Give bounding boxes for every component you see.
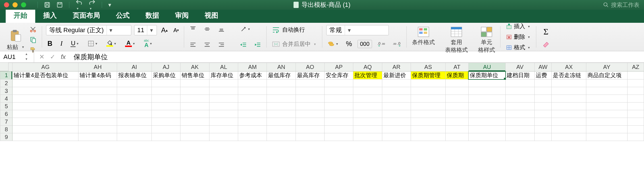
- cell-AU2[interactable]: [468, 79, 505, 87]
- cell-AK5[interactable]: [180, 103, 209, 110]
- cell-AJ1[interactable]: 采购单位: [151, 71, 180, 79]
- underline-button[interactable]: U▾: [69, 39, 81, 48]
- tab-审阅[interactable]: 审阅: [167, 8, 197, 23]
- cell-AH5[interactable]: [78, 103, 117, 110]
- cell-AW5[interactable]: [534, 103, 552, 110]
- cell-AU7[interactable]: [468, 118, 505, 126]
- cell-AW2[interactable]: [534, 79, 552, 87]
- cell-AK3[interactable]: [180, 87, 209, 95]
- cell-AO2[interactable]: [296, 79, 324, 87]
- cell-AI4[interactable]: [117, 95, 152, 103]
- col-header-AZ[interactable]: AZ: [627, 63, 644, 71]
- save-alt-icon[interactable]: [57, 2, 63, 8]
- cell-AK9[interactable]: [180, 133, 209, 141]
- col-header-AJ[interactable]: AJ: [151, 63, 180, 71]
- cell-AT9[interactable]: [445, 133, 468, 141]
- row-header-6[interactable]: 6: [0, 110, 13, 118]
- cell-AU9[interactable]: [468, 133, 505, 141]
- cell-AX8[interactable]: [552, 126, 586, 133]
- cell-AZ5[interactable]: [627, 103, 644, 110]
- cell-AT3[interactable]: [445, 87, 468, 95]
- cell-AS2[interactable]: [411, 79, 446, 87]
- cell-AS4[interactable]: [411, 95, 446, 103]
- cell-AP4[interactable]: [325, 95, 353, 103]
- cell-AW1[interactable]: 运费: [534, 71, 552, 79]
- cell-AH3[interactable]: [78, 87, 117, 95]
- cell-AZ6[interactable]: [627, 110, 644, 118]
- cell-AQ4[interactable]: [353, 95, 382, 103]
- cell-AJ9[interactable]: [151, 133, 180, 141]
- cell-AZ3[interactable]: [627, 87, 644, 95]
- cell-AJ8[interactable]: [151, 126, 180, 133]
- cell-AM1[interactable]: 参考成本: [238, 71, 267, 79]
- name-box-down-icon[interactable]: ▾: [23, 57, 30, 62]
- cell-AK8[interactable]: [180, 126, 209, 133]
- row-header-5[interactable]: 5: [0, 103, 13, 110]
- cell-AH9[interactable]: [78, 133, 117, 141]
- cell-AK1[interactable]: 销售单位: [180, 71, 209, 79]
- cell-AV7[interactable]: [506, 118, 534, 126]
- cell-AU5[interactable]: [468, 103, 505, 110]
- cell-AG2[interactable]: [13, 79, 78, 87]
- tab-开始[interactable]: 开始: [6, 8, 35, 23]
- cell-AV8[interactable]: [506, 126, 534, 133]
- cell-AU4[interactable]: [468, 95, 505, 103]
- cell-AM8[interactable]: [238, 126, 267, 133]
- increase-decimal-icon[interactable]: .0.00: [376, 40, 387, 48]
- col-header-AK[interactable]: AK: [180, 63, 209, 71]
- tab-数据[interactable]: 数据: [138, 8, 167, 23]
- col-header-AG[interactable]: AG: [13, 63, 78, 71]
- cell-AR8[interactable]: [382, 126, 411, 133]
- cell-AU3[interactable]: [468, 87, 505, 95]
- col-header-AX[interactable]: AX: [552, 63, 586, 71]
- italic-button[interactable]: I: [59, 39, 64, 48]
- cell-AQ6[interactable]: [353, 110, 382, 118]
- decrease-font-icon[interactable]: A▾: [172, 26, 180, 34]
- cell-AQ7[interactable]: [353, 118, 382, 126]
- cell-AL1[interactable]: 库存单位: [209, 71, 238, 79]
- cell-AG4[interactable]: [13, 95, 78, 103]
- cell-styles-button[interactable]: 单元 格样式: [477, 25, 496, 55]
- col-header-AT[interactable]: AT: [445, 63, 468, 71]
- cell-AM4[interactable]: [238, 95, 267, 103]
- cell-AH1[interactable]: 辅计量4条码: [78, 71, 117, 79]
- col-header-AU[interactable]: AU: [468, 63, 505, 71]
- undo-icon[interactable]: ▾: [76, 0, 82, 11]
- cell-AM7[interactable]: [238, 118, 267, 126]
- increase-indent-icon[interactable]: [253, 41, 263, 49]
- cell-AH4[interactable]: [78, 95, 117, 103]
- merge-center-button[interactable]: 合并后居中 ▾: [271, 39, 318, 49]
- cell-AG6[interactable]: [13, 110, 78, 118]
- cell-AG8[interactable]: [13, 126, 78, 133]
- col-header-AN[interactable]: AN: [267, 63, 296, 71]
- col-header-AY[interactable]: AY: [586, 63, 628, 71]
- cell-AZ2[interactable]: [627, 79, 644, 87]
- cell-AS6[interactable]: [411, 110, 446, 118]
- cell-AH8[interactable]: [78, 126, 117, 133]
- cell-AX4[interactable]: [552, 95, 586, 103]
- border-button[interactable]: ▾: [86, 39, 100, 48]
- search-box[interactable]: 搜索工作表: [603, 1, 639, 9]
- select-all-corner[interactable]: [0, 63, 9, 71]
- cell-AO3[interactable]: [296, 87, 324, 95]
- cell-AT5[interactable]: [445, 103, 468, 110]
- cell-AJ4[interactable]: [151, 95, 180, 103]
- row-header-8[interactable]: 8: [0, 126, 13, 133]
- bold-button[interactable]: B: [46, 39, 54, 48]
- cell-AK7[interactable]: [180, 118, 209, 126]
- cell-AU1[interactable]: 保质期单位: [468, 71, 505, 79]
- cancel-formula-icon[interactable]: ✕: [39, 53, 44, 61]
- cell-AO4[interactable]: [296, 95, 324, 103]
- cell-AX5[interactable]: [552, 103, 586, 110]
- cell-AW9[interactable]: [534, 133, 552, 141]
- cell-AP3[interactable]: [325, 87, 353, 95]
- cell-AQ9[interactable]: [353, 133, 382, 141]
- redo-icon[interactable]: ▾: [89, 0, 95, 11]
- cell-AP6[interactable]: [325, 110, 353, 118]
- font-name-select[interactable]: 等线 Regular (正文)▾: [46, 25, 131, 35]
- row-header-1[interactable]: 1: [0, 71, 13, 79]
- phonetic-button[interactable]: abcA▾: [142, 38, 154, 49]
- cell-AV1[interactable]: 建档日期: [506, 71, 534, 79]
- cell-AN4[interactable]: [267, 95, 296, 103]
- format-painter-icon[interactable]: [28, 46, 38, 54]
